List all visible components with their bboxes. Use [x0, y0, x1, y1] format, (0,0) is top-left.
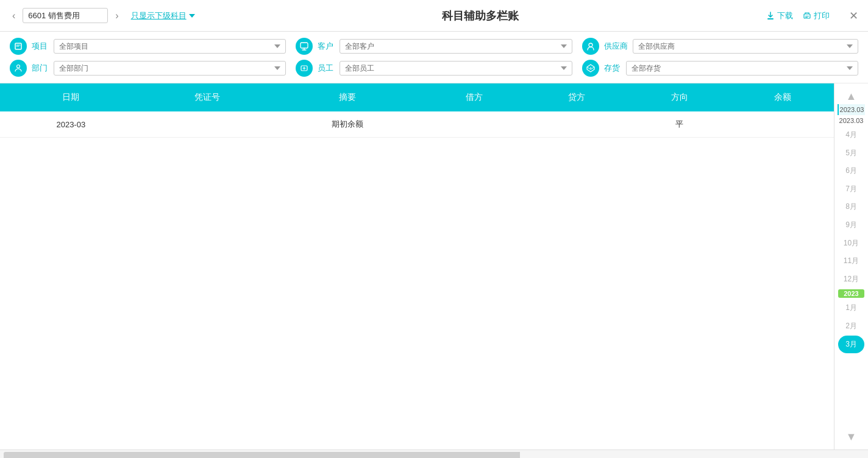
table-row: 2023-03 期初余额 平 — [0, 111, 834, 138]
cell-direction: 平 — [628, 111, 731, 138]
period-selected-1[interactable]: 2023.03 — [838, 104, 866, 115]
project-select[interactable]: 全部项目 — [54, 39, 286, 54]
period-selected-2[interactable]: 2023.03 — [838, 115, 865, 126]
col-date: 日期 — [0, 83, 142, 111]
col-direction: 方向 — [628, 83, 731, 111]
svg-rect-0 — [767, 18, 774, 19]
page-title: 科目辅助多栏账 — [200, 9, 761, 23]
inventory-select[interactable]: 全部存货 — [626, 61, 858, 76]
close-btn[interactable]: ✕ — [849, 9, 858, 23]
inventory-label: 存货 — [604, 63, 621, 74]
month-6[interactable]: 6月 — [834, 162, 868, 180]
panel-up-btn[interactable]: ▲ — [844, 88, 859, 104]
month-7[interactable]: 7月 — [834, 180, 868, 199]
download-btn[interactable]: 下载 — [766, 10, 793, 21]
month-8[interactable]: 8月 — [834, 198, 868, 216]
col-balance: 余额 — [731, 83, 834, 111]
account-code-input[interactable] — [23, 8, 108, 23]
cell-voucher — [142, 111, 272, 138]
filter-inventory: 存货 全部存货 — [582, 60, 858, 77]
top-actions: 下载 打印 ✕ — [766, 9, 858, 23]
employee-label: 员工 — [318, 63, 335, 74]
show-sub-label-text: 只显示下级科目 — [131, 10, 187, 21]
col-summary: 摘要 — [272, 83, 423, 111]
main-window: ‹ › 只显示下级科目 科目辅助多栏账 下载 打印 ✕ 项目 — [0, 0, 868, 458]
month-5[interactable]: 5月 — [834, 144, 868, 163]
svg-rect-5 — [301, 43, 308, 48]
month-11[interactable]: 11月 — [834, 252, 868, 270]
print-btn[interactable]: 打印 — [803, 10, 830, 21]
panel-down-btn[interactable]: ▼ — [844, 429, 859, 445]
customer-icon — [296, 38, 313, 55]
right-panel: ▲ 2023.03 2023.03 4月 5月 6月 7月 8月 9月 10月 … — [834, 83, 868, 449]
prev-account-btn[interactable]: ‹ — [10, 9, 18, 23]
bottom-scrollbar[interactable] — [0, 449, 868, 458]
filter-project: 项目 全部项目 — [10, 38, 286, 55]
month-12[interactable]: 12月 — [834, 270, 868, 289]
filter-supplier: 供应商 全部供应商 — [582, 38, 858, 55]
supplier-select[interactable]: 全部供应商 — [633, 39, 858, 54]
table-container: 日期 凭证号 摘要 借方 贷方 方向 余额 2023-03 期初余额 — [0, 83, 834, 449]
employee-select[interactable]: 全部员工 — [340, 61, 572, 76]
supplier-label: 供应商 — [604, 41, 628, 52]
month-2[interactable]: 2月 — [834, 317, 868, 336]
project-label: 项目 — [32, 41, 49, 52]
svg-rect-3 — [805, 17, 808, 18]
month-4[interactable]: 4月 — [834, 126, 868, 144]
filter-department: 部门 全部部门 — [10, 60, 286, 77]
svg-point-7 — [17, 65, 20, 68]
top-bar: ‹ › 只显示下级科目 科目辅助多栏账 下载 打印 ✕ — [0, 0, 868, 32]
inventory-icon — [582, 60, 599, 77]
cell-balance — [731, 111, 834, 138]
cell-date: 2023-03 — [0, 111, 142, 138]
cell-credit — [525, 111, 628, 138]
col-debit: 借方 — [422, 83, 525, 111]
svg-rect-2 — [805, 16, 809, 16]
project-icon — [10, 38, 27, 55]
cell-debit — [422, 111, 525, 138]
print-icon — [803, 12, 811, 20]
department-label: 部门 — [32, 63, 49, 74]
customer-label: 客户 — [318, 41, 335, 52]
filter-customer: 客户 全部客户 — [296, 38, 572, 55]
employee-icon — [296, 60, 313, 77]
col-credit: 贷方 — [525, 83, 628, 111]
filter-bar: 项目 全部项目 客户 全部客户 供应商 全部供应商 — [0, 32, 868, 83]
show-sub-dropdown[interactable]: 只显示下级科目 — [131, 10, 195, 21]
department-icon — [10, 60, 27, 77]
filter-employee: 员工 全部员工 — [296, 60, 572, 77]
month-3-active[interactable]: 3月 — [838, 336, 864, 354]
department-select[interactable]: 全部部门 — [54, 61, 286, 76]
month-9[interactable]: 9月 — [834, 216, 868, 234]
chevron-down-icon — [189, 14, 195, 18]
ledger-table: 日期 凭证号 摘要 借方 贷方 方向 余额 2023-03 期初余额 — [0, 83, 834, 138]
customer-select[interactable]: 全部客户 — [340, 39, 572, 54]
col-voucher: 凭证号 — [142, 83, 272, 111]
year-badge-2023[interactable]: 2023 — [838, 289, 864, 298]
svg-point-6 — [589, 43, 592, 47]
download-icon — [766, 12, 775, 20]
supplier-icon — [582, 38, 599, 55]
month-10[interactable]: 10月 — [834, 234, 868, 253]
next-account-btn[interactable]: › — [113, 9, 121, 23]
month-1[interactable]: 1月 — [834, 299, 868, 317]
cell-summary: 期初余额 — [272, 111, 423, 138]
